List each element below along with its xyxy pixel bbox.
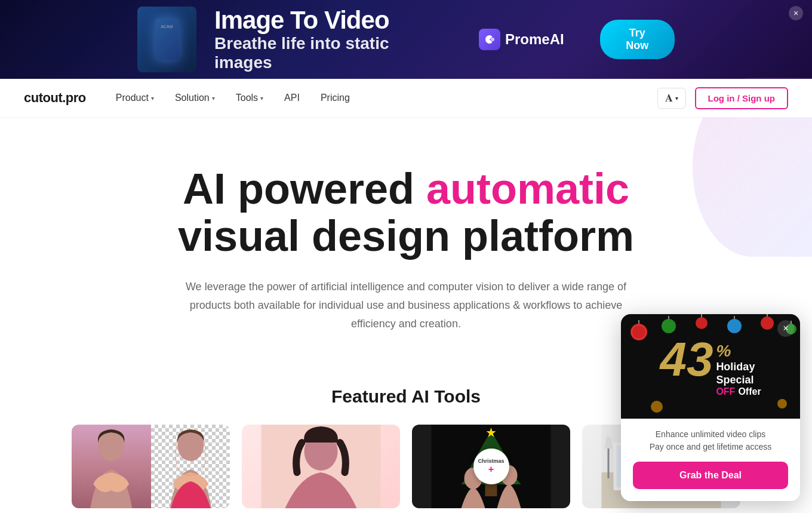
off-label: OFF xyxy=(716,386,735,397)
solution-chevron-icon: ▾ xyxy=(212,95,215,102)
navbar: cutout.pro Product ▾ Solution ▾ Tools ▾ … xyxy=(0,79,812,118)
tool-card-2[interactable] xyxy=(242,425,400,508)
hero-title-part1: AI powered xyxy=(183,165,426,213)
svg-point-35 xyxy=(761,317,774,330)
christmas-badge: Christmas + xyxy=(473,449,509,484)
discount-right: % Holiday Special OFF Offer xyxy=(716,336,761,397)
promo-banner: 43 % Holiday Special OFF Offer × xyxy=(621,314,800,419)
ad-title: Image To Video xyxy=(214,7,449,34)
discount-percent: % xyxy=(716,342,761,361)
ad-product-image xyxy=(137,7,196,72)
ad-subtitle: Breathe life into static images xyxy=(214,34,449,72)
offer-label: Offer xyxy=(738,386,761,397)
svg-rect-8 xyxy=(485,484,497,496)
promo-description: Enhance unlimited video clips Pay once a… xyxy=(633,428,788,453)
promo-discount-area: 43 % Holiday Special OFF Offer xyxy=(660,336,761,397)
tool-card-3-image: Christmas + xyxy=(412,425,570,508)
ad-logo-text: PromeAI xyxy=(505,31,564,48)
promo-close-button[interactable]: × xyxy=(777,320,794,337)
nav-links: Product ▾ Solution ▾ Tools ▾ API Pricing xyxy=(116,93,657,103)
lang-chevron-icon: ▾ xyxy=(675,95,678,102)
svg-point-39 xyxy=(651,401,663,413)
svg-rect-24 xyxy=(608,449,610,478)
nav-pricing[interactable]: Pricing xyxy=(321,93,350,103)
svg-point-0 xyxy=(491,38,494,41)
login-button[interactable]: Log in / Sign up xyxy=(695,87,788,109)
hero-title-part2: visual design platform xyxy=(178,212,634,260)
ad-close-button[interactable]: × xyxy=(789,6,803,20)
tools-chevron-icon: ▾ xyxy=(260,95,263,102)
svg-point-31 xyxy=(696,317,708,329)
hero-title: AI powered automatic visual design platf… xyxy=(102,165,710,260)
promo-popup: 43 % Holiday Special OFF Offer × Enhance… xyxy=(621,314,800,501)
svg-point-29 xyxy=(662,319,676,333)
tool-card-2-image xyxy=(242,425,400,508)
nav-solution[interactable]: Solution ▾ xyxy=(175,93,215,103)
tool-card-1-image xyxy=(72,425,230,508)
logo[interactable]: cutout.pro xyxy=(24,90,86,106)
nav-api[interactable]: API xyxy=(284,93,300,103)
promeai-logo-icon xyxy=(479,29,500,50)
ad-text-block: Image To Video Breathe life into static … xyxy=(214,7,449,72)
nav-tools[interactable]: Tools ▾ xyxy=(236,93,263,103)
person-before xyxy=(72,425,151,508)
tool-card-3[interactable]: Christmas + xyxy=(412,425,570,508)
translate-icon: 𝐀 xyxy=(665,92,673,105)
person-after xyxy=(151,425,230,508)
ad-logo-area: PromeAI xyxy=(479,29,564,50)
hero-title-highlight: automatic xyxy=(426,165,629,213)
language-button[interactable]: 𝐀 ▾ xyxy=(657,88,686,109)
nav-right: 𝐀 ▾ Log in / Sign up xyxy=(657,87,788,109)
tool-card-1[interactable] xyxy=(72,425,230,508)
product-chevron-icon: ▾ xyxy=(151,95,154,102)
svg-point-33 xyxy=(727,319,742,333)
svg-point-40 xyxy=(777,399,787,408)
holiday-line1: Holiday Special xyxy=(716,361,761,386)
grab-deal-button[interactable]: Grab the Deal xyxy=(633,462,788,489)
ad-try-button[interactable]: Try Now xyxy=(600,20,675,59)
ad-banner: Image To Video Breathe life into static … xyxy=(0,0,812,79)
promo-body: Enhance unlimited video clips Pay once a… xyxy=(621,419,800,501)
hero-subtitle: We leverage the power of artificial inte… xyxy=(182,278,630,333)
svg-point-26 xyxy=(630,324,647,340)
nav-product[interactable]: Product ▾ xyxy=(116,93,154,103)
discount-number: 43 xyxy=(660,336,713,383)
